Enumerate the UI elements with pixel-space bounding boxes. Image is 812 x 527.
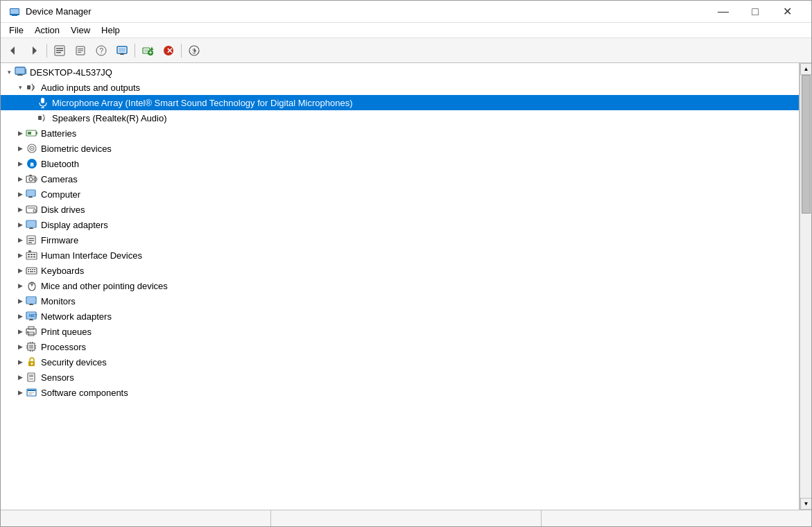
remove-button[interactable]: ✕ bbox=[159, 41, 178, 60]
svg-rect-81 bbox=[28, 271, 29, 273]
category-security[interactable]: ▶ Security devices bbox=[1, 354, 799, 370]
hid-label: Human Interface Devices bbox=[41, 250, 142, 261]
svg-rect-77 bbox=[28, 269, 29, 270]
svg-rect-9 bbox=[56, 52, 61, 53]
processors-label: Processors bbox=[41, 342, 86, 352]
security-expander: ▶ bbox=[15, 356, 26, 368]
svg-rect-113 bbox=[29, 374, 33, 377]
scroll-up-button[interactable]: ▲ bbox=[800, 63, 811, 75]
properties-button[interactable] bbox=[50, 41, 69, 60]
svg-rect-61 bbox=[27, 221, 35, 227]
help-button[interactable]: ? bbox=[92, 41, 111, 60]
scrollbar[interactable]: ▲ ▼ bbox=[800, 63, 811, 510]
svg-rect-63 bbox=[29, 228, 33, 229]
computer-icon bbox=[15, 66, 27, 78]
svg-rect-99 bbox=[27, 331, 28, 333]
category-biometric[interactable]: ▶ Biometric devices bbox=[1, 141, 799, 156]
svg-rect-38 bbox=[43, 106, 44, 107]
svg-rect-90 bbox=[29, 304, 33, 305]
status-bar bbox=[1, 510, 811, 526]
forward-button[interactable] bbox=[24, 41, 44, 60]
category-software[interactable]: ▶ Software components bbox=[1, 385, 799, 400]
category-hid[interactable]: ▶ Human Interface Devices bbox=[1, 248, 799, 263]
mice-icon bbox=[26, 279, 38, 292]
print-label: Print queues bbox=[41, 327, 92, 337]
category-print[interactable]: ▶ Print queues bbox=[1, 324, 799, 339]
category-disk[interactable]: ▶ Disk drives bbox=[1, 202, 799, 217]
minimize-button[interactable]: — bbox=[707, 1, 739, 23]
bluetooth-label: Bluetooth bbox=[41, 159, 79, 169]
bluetooth-expander: ▶ bbox=[15, 158, 26, 169]
close-button[interactable]: ✕ bbox=[771, 1, 803, 23]
add-driver-button[interactable]: ▲ + bbox=[138, 41, 157, 60]
svg-rect-109 bbox=[35, 347, 36, 349]
cameras-icon bbox=[26, 173, 38, 185]
svg-rect-51 bbox=[29, 175, 32, 176]
svg-rect-71 bbox=[33, 254, 35, 255]
category-mice[interactable]: ▶ Mice and other pointing devices bbox=[1, 278, 799, 293]
svg-rect-69 bbox=[28, 254, 30, 255]
category-sensors[interactable]: ▶ Sensors bbox=[1, 370, 799, 385]
svg-rect-73 bbox=[31, 257, 33, 258]
svg-rect-104 bbox=[30, 350, 31, 352]
properties2-button[interactable] bbox=[71, 41, 90, 60]
category-keyboards[interactable]: ▶ Keyboards bbox=[1, 263, 799, 278]
batteries-icon bbox=[26, 127, 38, 139]
properties-icon bbox=[54, 45, 65, 56]
device-manager-window: Device Manager — □ ✕ File Action View He… bbox=[0, 0, 812, 527]
back-button[interactable] bbox=[3, 41, 23, 60]
svg-text:?: ? bbox=[100, 47, 104, 55]
update-button[interactable] bbox=[184, 41, 204, 60]
category-firmware[interactable]: ▶ Firmware bbox=[1, 232, 799, 248]
menu-view[interactable]: View bbox=[65, 24, 96, 37]
category-batteries[interactable]: ▶ Batteries bbox=[1, 126, 799, 141]
category-processors[interactable]: ▶ Processors bbox=[1, 339, 799, 354]
mice-label: Mice and other pointing devices bbox=[41, 281, 168, 291]
svg-point-59 bbox=[33, 209, 36, 212]
biometric-label: Biometric devices bbox=[41, 144, 112, 154]
item-speakers[interactable]: Speakers (Realtek(R) Audio) bbox=[1, 110, 799, 126]
svg-marker-4 bbox=[10, 46, 15, 55]
svg-rect-82 bbox=[30, 271, 33, 273]
svg-rect-78 bbox=[30, 269, 31, 270]
svg-rect-68 bbox=[26, 252, 37, 259]
category-bluetooth[interactable]: ▶ ʙ Bluetooth bbox=[1, 156, 799, 171]
svg-rect-33 bbox=[19, 74, 22, 75]
category-monitors[interactable]: ▶ Monitors bbox=[1, 293, 799, 309]
device-tree[interactable]: ▾ DESKTOP-4L537JQ ▾ bbox=[1, 63, 800, 510]
category-cameras[interactable]: ▶ Cameras bbox=[1, 171, 799, 187]
microphone-label: Microphone Array (Intel® Smart Sound Tec… bbox=[52, 98, 353, 108]
svg-rect-54 bbox=[27, 191, 35, 196]
computer-view-button[interactable] bbox=[112, 41, 132, 60]
tree-root[interactable]: ▾ DESKTOP-4L537JQ bbox=[1, 64, 799, 80]
category-display[interactable]: ▶ Display adapters bbox=[1, 217, 799, 232]
category-audio[interactable]: ▾ Audio inputs and outputs bbox=[1, 80, 799, 95]
menu-help[interactable]: Help bbox=[96, 24, 126, 37]
svg-rect-39 bbox=[41, 107, 44, 108]
scroll-down-button[interactable]: ▼ bbox=[800, 498, 811, 510]
svg-rect-101 bbox=[29, 345, 33, 349]
category-computer[interactable]: ▶ Computer bbox=[1, 187, 799, 202]
svg-rect-18 bbox=[121, 53, 123, 54]
firmware-label: Firmware bbox=[41, 235, 78, 245]
menu-action[interactable]: Action bbox=[29, 24, 65, 37]
scroll-thumb[interactable] bbox=[802, 75, 811, 214]
microphone-icon bbox=[37, 96, 49, 109]
menu-file[interactable]: File bbox=[3, 24, 29, 37]
scroll-track[interactable] bbox=[800, 75, 811, 498]
svg-marker-29 bbox=[192, 48, 194, 53]
biometric-expander: ▶ bbox=[15, 143, 26, 154]
svg-rect-36 bbox=[27, 85, 31, 89]
monitors-icon bbox=[26, 295, 38, 307]
biometric-icon bbox=[26, 142, 38, 155]
category-network[interactable]: ▶ NET Network adapters bbox=[1, 309, 799, 324]
audio-label: Audio inputs and outputs bbox=[41, 83, 140, 93]
svg-rect-7 bbox=[56, 48, 63, 49]
svg-rect-102 bbox=[30, 342, 31, 343]
maximize-button[interactable]: □ bbox=[739, 1, 771, 23]
svg-rect-72 bbox=[28, 257, 30, 258]
svg-rect-83 bbox=[34, 271, 35, 273]
svg-rect-56 bbox=[28, 197, 33, 198]
svg-text:✕: ✕ bbox=[166, 46, 173, 55]
item-microphone[interactable]: Microphone Array (Intel® Smart Sound Tec… bbox=[1, 95, 799, 110]
